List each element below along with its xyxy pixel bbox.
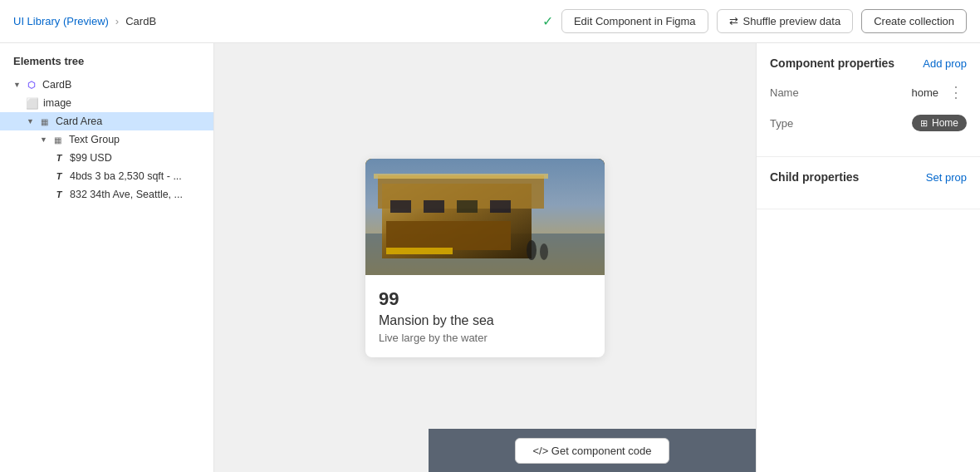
get-component-code-button[interactable]: </> Get component code [515, 438, 669, 464]
type-badge: ⊞ Home [912, 115, 967, 131]
status-icon: ✓ [542, 13, 553, 29]
tree-item-address[interactable]: T 832 34th Ave, Seattle, ... [0, 185, 213, 204]
breadcrumb: UI Library (Preview) › CardB [13, 15, 156, 27]
card-number: 99 [379, 288, 591, 310]
type-badge-label: Home [932, 117, 958, 129]
tree-label-text-group: Text Group [69, 134, 120, 145]
text-icon: T [53, 189, 65, 200]
chevron-down-icon: ▼ [13, 81, 21, 89]
tree-item-details[interactable]: T 4bds 3 ba 2,530 sqft - ... [0, 167, 213, 185]
name-prop-row: Name home ⋮ [770, 81, 967, 103]
card-preview: 99 Mansion by the sea Live large by the … [365, 159, 605, 357]
frame-icon: ▦ [52, 134, 64, 145]
svg-rect-7 [457, 200, 478, 213]
tree-item-price[interactable]: T $99 USD [0, 149, 213, 167]
name-value: home [911, 86, 938, 99]
svg-rect-6 [424, 200, 444, 213]
add-prop-link[interactable]: Add prop [923, 57, 967, 70]
breadcrumb-current: CardB [125, 15, 156, 27]
tree-label-image: image [43, 97, 71, 109]
svg-rect-5 [390, 200, 411, 213]
chevron-down-icon: ▼ [27, 117, 34, 125]
svg-point-12 [540, 243, 548, 260]
card-image [365, 159, 605, 275]
svg-rect-8 [490, 200, 511, 213]
name-label: Name [770, 86, 799, 99]
component-icon: ⬡ [26, 79, 37, 91]
child-props-header: Child properties Set prop [770, 170, 967, 184]
tree-label-price: $99 USD [70, 152, 112, 164]
tree-item-text-group[interactable]: ▼ ▦ Text Group [0, 130, 213, 149]
canvas: 99 Mansion by the sea Live large by the … [214, 43, 756, 472]
svg-point-11 [527, 240, 537, 260]
main-layout: Elements tree ▼ ⬡ CardB ⬜ image ▼ ▦ Card… [0, 43, 980, 472]
topbar: UI Library (Preview) › CardB ✓ Edit Comp… [0, 0, 980, 43]
svg-rect-10 [386, 248, 453, 254]
type-prop-row: Type ⊞ Home [770, 115, 967, 131]
text-icon: T [53, 152, 65, 164]
breadcrumb-library-link[interactable]: UI Library (Preview) [13, 15, 109, 27]
tree-label-details: 4bds 3 ba 2,530 sqft - ... [70, 170, 182, 182]
shuffle-label: Shuffle preview data [743, 15, 841, 27]
tree-item-card-area[interactable]: ▼ ▦ Card Area [0, 112, 213, 130]
topbar-actions: ✓ Edit Component in Figma ⇄ Shuffle prev… [542, 9, 967, 33]
svg-rect-4 [374, 174, 548, 179]
chevron-down-icon: ▼ [40, 135, 47, 144]
tree-label-cardb: CardB [42, 79, 71, 91]
tree-item-cardb[interactable]: ▼ ⬡ CardB [0, 76, 213, 94]
home-icon: ⊞ [920, 118, 928, 129]
tree-label-card-area: Card Area [56, 116, 102, 127]
shuffle-preview-button[interactable]: ⇄ Shuffle preview data [717, 9, 854, 33]
svg-rect-9 [386, 221, 511, 250]
tree-label-address: 832 34th Ave, Seattle, ... [70, 189, 183, 200]
type-label: Type [770, 117, 793, 130]
card-body: 99 Mansion by the sea Live large by the … [365, 275, 605, 357]
frame-icon: ▦ [39, 116, 51, 127]
shuffle-icon: ⇄ [729, 15, 738, 27]
image-icon: ⬜ [27, 97, 38, 109]
right-panel: Component properties Add prop Name home … [756, 43, 980, 472]
child-properties-section: Child properties Set prop [757, 157, 980, 209]
text-icon: T [53, 170, 65, 182]
component-props-header: Component properties Add prop [770, 57, 967, 70]
building-svg [365, 159, 605, 275]
more-options-button[interactable]: ⋮ [945, 81, 967, 103]
bottom-bar: </> Get component code [429, 429, 756, 472]
tree-item-image[interactable]: ⬜ image [0, 94, 213, 112]
card-title: Mansion by the sea [379, 313, 591, 328]
breadcrumb-separator: › [115, 15, 119, 27]
set-prop-link[interactable]: Set prop [926, 171, 967, 184]
child-props-title: Child properties [770, 170, 859, 184]
edit-in-figma-button[interactable]: Edit Component in Figma [561, 9, 708, 33]
card-subtitle: Live large by the water [379, 332, 591, 344]
create-collection-button[interactable]: Create collection [861, 9, 967, 33]
component-properties-section: Component properties Add prop Name home … [757, 43, 980, 157]
sidebar: Elements tree ▼ ⬡ CardB ⬜ image ▼ ▦ Card… [0, 43, 214, 472]
elements-tree-title: Elements tree [0, 43, 213, 76]
component-props-title: Component properties [770, 57, 894, 70]
